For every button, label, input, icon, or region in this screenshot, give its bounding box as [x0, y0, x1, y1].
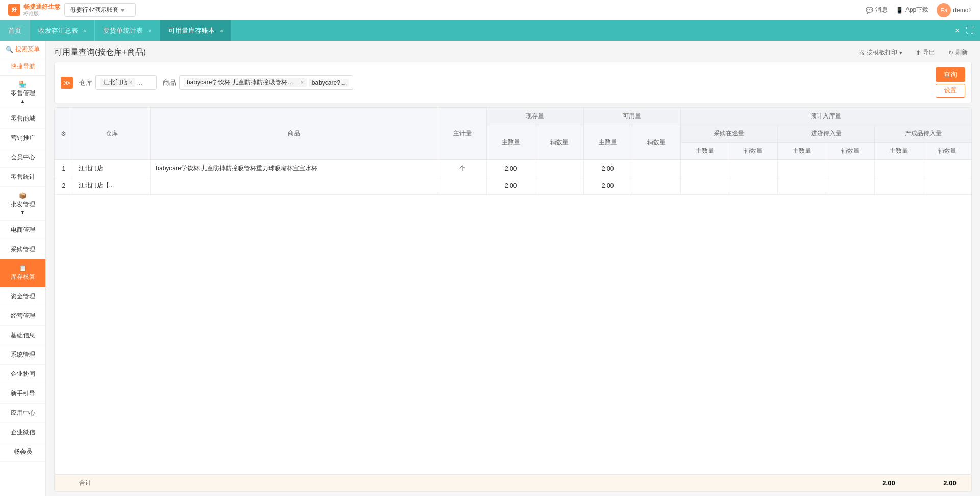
sidebar-item-zero-stats[interactable]: 零售统计 — [0, 168, 45, 187]
sidebar: 🔍 搜索菜单 快捷导航 🏪 零售管理 ▲ 零售商城 营销推广 会员中心 零售统计… — [0, 41, 46, 496]
sidebar-item-batch[interactable]: 📦 批发管理 ▼ — [0, 187, 45, 221]
close-tab-shoufacun[interactable]: × — [83, 28, 86, 34]
table-footer: 合计 2.00 2.00 — [54, 475, 972, 492]
th-avail-main: 主数量 — [583, 125, 632, 160]
th-goods: 商品 — [151, 108, 438, 160]
tab-home[interactable]: 首页 — [0, 20, 30, 41]
th-incoming-group: 进货待入量 — [777, 125, 874, 143]
sidebar-item-appstore[interactable]: 应用中心 — [0, 404, 45, 423]
sidebar-item-wechat[interactable]: 企业微信 — [0, 423, 45, 442]
message-icon: 💬 — [866, 7, 873, 14]
th-produced-main: 主数量 — [875, 143, 923, 160]
th-incoming-main: 主数量 — [777, 143, 826, 160]
goods-filter: 商品 babycare学饮杯 儿童防摔防撞吸管杯重力球吸嘴杯宝宝水杯 × bab… — [163, 75, 353, 90]
user-profile[interactable]: Ea demo2 — [937, 3, 972, 17]
table-row: 1 江北门店 babycare学饮杯 儿童防摔防撞吸管杯重力球吸嘴杯宝宝水杯 个… — [55, 160, 971, 177]
sidebar-item-member[interactable]: 会员中心 — [0, 148, 45, 168]
avatar: Ea — [937, 3, 951, 17]
table-row: 2 江北门店【... 2.00 2.00 — [55, 177, 971, 195]
th-purchase-aux: 辅数量 — [729, 143, 777, 160]
close-tab-keyongliang[interactable]: × — [220, 28, 223, 34]
remove-warehouse-tag[interactable]: × — [129, 80, 132, 85]
th-unit: 主计量 — [438, 108, 486, 160]
th-stock-group: 现存量 — [486, 108, 583, 125]
warehouse-tag: 江北门店 × — [100, 78, 135, 87]
sidebar-item-system[interactable]: 系统管理 — [0, 345, 45, 365]
warehouse-label: 仓库 — [79, 78, 92, 87]
total-stock-main: 2.00 — [873, 479, 904, 487]
sidebar-quick-nav[interactable]: 快捷导航 — [0, 58, 45, 76]
print-button[interactable]: 🖨 按模板打印 ▾ — [854, 46, 906, 59]
fullscreen-icon[interactable]: ⛶ — [966, 26, 974, 35]
th-produced-group: 产成品待入量 — [875, 125, 971, 143]
tab-keyongliang[interactable]: 可用量库存账本 × — [160, 20, 232, 41]
expand-icon2: ▼ — [20, 210, 25, 215]
th-plan-group: 预计入库量 — [680, 108, 971, 125]
close-tab-yaohuo[interactable]: × — [148, 28, 151, 34]
th-stock-main: 主数量 — [486, 125, 535, 160]
export-icon: ⬆ — [916, 49, 921, 56]
nav-right-actions: × ⛶ — [949, 20, 980, 41]
th-warehouse: 仓库 — [73, 108, 151, 160]
search-icon: 🔍 — [6, 46, 13, 53]
logo: 好 畅捷通好生意 标准版 — [8, 3, 60, 16]
sidebar-item-purchase[interactable]: 采购管理 — [0, 240, 45, 259]
sidebar-item-finance[interactable]: 资金管理 — [0, 287, 45, 306]
refresh-icon: ↻ — [948, 49, 953, 56]
expand-icon: ▲ — [20, 99, 25, 104]
th-purchase-main: 主数量 — [680, 143, 729, 160]
logo-subtitle: 标准版 — [23, 11, 60, 17]
query-button[interactable]: 查询 — [936, 67, 965, 82]
filter-toggle-btn[interactable]: ≫ — [61, 77, 73, 89]
filter-actions: 查询 设置 — [936, 67, 965, 98]
page-header: 可用量查询(按仓库+商品) 🖨 按模板打印 ▾ ⬆ 导出 ↻ 刷新 — [46, 41, 980, 62]
refresh-button[interactable]: ↻ 刷新 — [944, 46, 972, 59]
sidebar-item-newbie[interactable]: 新手引导 — [0, 384, 45, 404]
export-button[interactable]: ⬆ 导出 — [912, 46, 939, 59]
inventory-icon: 📋 — [19, 265, 27, 272]
main-layout: 🔍 搜索菜单 快捷导航 🏪 零售管理 ▲ 零售商城 营销推广 会员中心 零售统计… — [0, 41, 980, 496]
top-bar-left: 好 畅捷通好生意 标准版 母婴行业演示账套 ▾ — [8, 3, 136, 17]
store-icon: 🏪 — [19, 81, 27, 88]
top-bar-right: 💬 消息 📱 App下载 Ea demo2 — [866, 3, 972, 17]
warehouse-filter: 仓库 江北门店 × ... — [79, 75, 157, 90]
remove-goods-tag1[interactable]: × — [301, 80, 304, 85]
content-area: 可用量查询(按仓库+商品) 🖨 按模板打印 ▾ ⬆ 导出 ↻ 刷新 ≫ — [46, 41, 980, 496]
sidebar-item-basic[interactable]: 基础信息 — [0, 326, 45, 345]
total-label: 合计 — [79, 479, 120, 487]
sidebar-item-zero-mall[interactable]: 零售商城 — [0, 109, 45, 129]
logo-icon: 好 — [8, 4, 20, 16]
app-download-action[interactable]: 📱 App下载 — [896, 6, 928, 14]
top-bar: 好 畅捷通好生意 标准版 母婴行业演示账套 ▾ 💬 消息 📱 App下载 Ea … — [0, 0, 980, 20]
data-table: ⚙ 仓库 商品 主计量 现存量 可用量 预计入库量 主数量 辅数量 主数量 辅数… — [54, 107, 972, 475]
tab-yaohuo[interactable]: 要货单统计表 × — [95, 20, 160, 41]
settings-button[interactable]: 设置 — [936, 84, 965, 98]
sidebar-item-marketing[interactable]: 营销推广 — [0, 129, 45, 148]
goods-tag-2: babycare?... — [309, 79, 349, 87]
page-title: 可用量查询(按仓库+商品) — [54, 47, 146, 58]
sidebar-item-enterprise[interactable]: 企业协同 — [0, 365, 45, 384]
sidebar-search[interactable]: 🔍 搜索菜单 — [0, 41, 45, 58]
th-avail-aux: 辅数量 — [632, 125, 680, 160]
print-icon: 🖨 — [859, 49, 865, 56]
sidebar-item-vip[interactable]: 畅会员 — [0, 442, 45, 462]
total-avail-main: 2.00 — [935, 479, 965, 487]
page-actions: 🖨 按模板打印 ▾ ⬆ 导出 ↻ 刷新 — [854, 46, 972, 59]
industry-selector[interactable]: 母婴行业演示账套 ▾ — [64, 3, 136, 17]
logo-title: 畅捷通好生意 — [23, 3, 60, 10]
sidebar-item-operations[interactable]: 经营管理 — [0, 306, 45, 326]
goods-tag-1: babycare学饮杯 儿童防摔防撞吸管杯重力球吸嘴杯宝宝水杯 × — [184, 78, 307, 87]
goods-input[interactable]: babycare学饮杯 儿童防摔防撞吸管杯重力球吸嘴杯宝宝水杯 × babyca… — [179, 75, 353, 90]
nav-tabs: 首页 收发存汇总表 × 要货单统计表 × 可用量库存账本 × × ⛶ — [0, 20, 980, 41]
tab-shoufacun[interactable]: 收发存汇总表 × — [30, 20, 95, 41]
message-action[interactable]: 💬 消息 — [866, 6, 888, 14]
sidebar-item-zero-sales[interactable]: 🏪 零售管理 ▲ — [0, 76, 45, 109]
close-all-icon[interactable]: × — [955, 26, 960, 35]
sidebar-item-ecommerce[interactable]: 电商管理 — [0, 221, 45, 240]
warehouse-input[interactable]: 江北门店 × ... — [95, 75, 157, 90]
chevron-down-icon: ▾ — [121, 7, 124, 14]
sidebar-item-inventory[interactable]: 📋 库存核算 — [0, 259, 45, 287]
more-warehouses-btn[interactable]: ... — [137, 79, 142, 86]
th-settings[interactable]: ⚙ — [55, 108, 73, 160]
goods-label: 商品 — [163, 78, 176, 87]
